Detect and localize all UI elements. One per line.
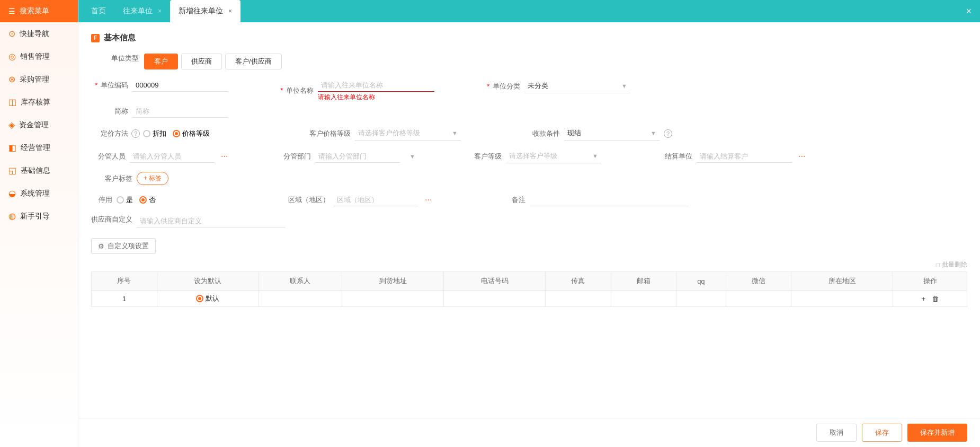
supplier-btn[interactable]: 供应商 (181, 54, 222, 69)
row-delete-btn[interactable]: 🗑 (932, 295, 939, 303)
sidebar-item-inventory[interactable]: ◫ 库存核算 (0, 91, 78, 113)
tab-bar: 首页 往来单位 × 新增往来单位 × × (78, 0, 980, 22)
remark-group: 备注 (504, 194, 967, 206)
manager-group: 分管人员 ··· (91, 150, 266, 163)
col-seq: 序号 (92, 272, 157, 291)
purchase-icon: ⊛ (8, 74, 15, 84)
col-contact: 联系人 (259, 272, 342, 291)
abbr-group: 简称 (91, 105, 261, 118)
main-area: 首页 往来单位 × 新增往来单位 × × F 基本信息 单位类型 客户 供应商 … (78, 0, 980, 447)
row-add-btn[interactable]: + (921, 295, 925, 303)
sidebar-item-guide[interactable]: ◍ 新手引导 (0, 205, 78, 227)
supplier-custom-input[interactable] (137, 215, 285, 227)
pricing-level[interactable]: 价格等级 (173, 129, 210, 138)
unit-name-label: * 单位名称 (277, 86, 314, 95)
department-label: 分管部门 (282, 152, 311, 161)
abbr-input[interactable] (132, 105, 228, 118)
table-header-row: 序号 设为默认 联系人 到货地址 电话号码 传真 邮箱 qq 微信 所在地区 操… (92, 272, 967, 291)
disabled-no-circle (139, 196, 147, 204)
search-menu[interactable]: ☰ 搜索菜单 (0, 0, 78, 22)
both-btn[interactable]: 客户/供应商 (225, 54, 282, 69)
pricing-level-circle (173, 130, 180, 137)
settlement-more-btn[interactable]: ··· (796, 152, 807, 161)
close-partner-list-tab[interactable]: × (158, 7, 162, 15)
customer-tag-label: 客户标签 (91, 174, 132, 183)
sidebar-item-operations[interactable]: ◧ 经营管理 (0, 136, 78, 159)
row-code-name-category: * 单位编码 * 单位名称 请输入往来单位名称 * (91, 79, 967, 102)
customer-level-select[interactable]: 请选择客户等级 ▼ (506, 149, 601, 163)
row-abbr: 简称 (91, 105, 967, 118)
region-input[interactable] (334, 194, 418, 206)
department-select[interactable]: ▼ (404, 151, 420, 162)
unit-category-group: * 单位分类 未分类 ▼ (483, 79, 674, 93)
tab-new-partner[interactable]: 新增往来单位 × (170, 0, 240, 22)
unit-type-row: 单位类型 客户 供应商 客户/供应商 (91, 54, 967, 69)
custom-settings-btn[interactable]: ⚙ 自定义项设置 (91, 238, 156, 254)
row-default-radio[interactable]: 默认 (196, 294, 219, 303)
sidebar-item-sales[interactable]: ◎ 销售管理 (0, 45, 78, 68)
customer-level-group: 客户等级 请选择客户等级 ▼ (473, 149, 647, 163)
col-default: 设为默认 (157, 272, 259, 291)
close-all-tabs-button[interactable]: × (961, 6, 976, 17)
sidebar-item-basic[interactable]: ◱ 基础信息 (0, 159, 78, 182)
table-row: 1 默认 (92, 291, 967, 307)
disabled-no[interactable]: 否 (139, 195, 156, 205)
inventory-icon: ◫ (8, 97, 16, 107)
customer-level-arrow: ▼ (592, 153, 598, 159)
cancel-button[interactable]: 取消 (816, 424, 857, 442)
disabled-yes-circle (117, 196, 124, 204)
unit-category-label: * 单位分类 (483, 82, 520, 91)
supplier-custom-label: 供应商自定义 (91, 215, 132, 224)
finance-icon: ◈ (8, 120, 15, 130)
department-group: 分管部门 ▼ (282, 150, 457, 163)
customer-price-label: 客户价格等级 (308, 129, 351, 138)
disabled-label: 停用 (91, 195, 112, 205)
customer-btn[interactable]: 客户 (144, 54, 178, 69)
unit-name-input[interactable] (318, 79, 434, 92)
unit-category-select[interactable]: 未分类 ▼ (524, 79, 630, 93)
customer-price-group: 客户价格等级 请选择客户价格等级 ▼ (308, 126, 510, 141)
disabled-yes[interactable]: 是 (117, 195, 133, 205)
department-input[interactable] (315, 150, 400, 163)
save-add-button[interactable]: 保存并新增 (907, 424, 967, 442)
batch-delete-label[interactable]: 批量删除 (942, 260, 967, 269)
abbr-label: 简称 (91, 107, 128, 116)
tab-home[interactable]: 首页 (83, 0, 114, 22)
pricing-help-icon[interactable]: ? (131, 129, 140, 138)
customer-price-select[interactable]: 请选择客户价格等级 ▼ (355, 126, 461, 141)
pricing-group: 定价方法 ? 折扣 价格等级 (91, 129, 292, 138)
sidebar-item-system[interactable]: ◒ 系统管理 (0, 182, 78, 205)
remark-label: 备注 (504, 195, 525, 205)
sidebar-item-purchase[interactable]: ⊛ 采购管理 (0, 68, 78, 91)
tab-partner-list[interactable]: 往来单位 × (114, 0, 170, 22)
cell-wechat (726, 291, 791, 307)
col-action: 操作 (893, 272, 967, 291)
unit-code-label: * 单位编码 (91, 81, 128, 90)
manager-input[interactable] (130, 150, 215, 163)
customer-price-placeholder: 请选择客户价格等级 (358, 128, 450, 138)
unit-code-input[interactable] (132, 79, 228, 92)
pricing-label: 定价方法 (91, 129, 128, 138)
close-new-partner-tab[interactable]: × (228, 7, 232, 15)
save-button[interactable]: 保存 (862, 424, 902, 442)
default-radio-cell: 默认 (163, 294, 253, 303)
region-more-btn[interactable]: ··· (423, 195, 434, 205)
manager-more-btn[interactable]: ··· (219, 152, 230, 161)
section-header: F 基本信息 (91, 33, 967, 43)
payment-help-icon[interactable]: ? (664, 129, 672, 138)
search-icon: ☰ (8, 7, 15, 15)
pricing-discount[interactable]: 折扣 (143, 129, 166, 138)
unit-name-group: * 单位名称 请输入往来单位名称 (277, 79, 467, 102)
sidebar-item-finance[interactable]: ◈ 资金管理 (0, 113, 78, 136)
sidebar-item-quick-nav[interactable]: ⊙ 快捷导航 (0, 22, 78, 45)
add-tag-button[interactable]: + 标签 (137, 172, 168, 185)
unit-type-label: 单位类型 (111, 54, 139, 62)
settlement-input[interactable] (697, 150, 792, 163)
remark-input[interactable] (530, 194, 689, 206)
col-fax: 传真 (546, 272, 611, 291)
unit-type-group: 客户 供应商 客户/供应商 (144, 54, 282, 69)
cell-region (791, 291, 893, 307)
row-pricing: 定价方法 ? 折扣 价格等级 客户价格等级 请选择客户价格等级 (91, 126, 967, 141)
contact-table: 序号 设为默认 联系人 到货地址 电话号码 传真 邮箱 qq 微信 所在地区 操… (91, 271, 967, 307)
payment-select[interactable]: 现结 ▼ (564, 126, 660, 141)
